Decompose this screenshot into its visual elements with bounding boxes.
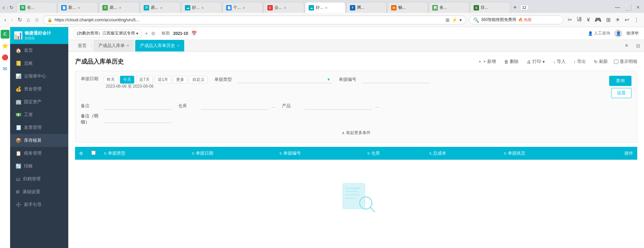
tab-7[interactable]: C 企... × bbox=[264, 2, 304, 13]
tab-10[interactable]: M 畅... bbox=[387, 2, 428, 13]
date-yesterday-btn[interactable]: 昨天 bbox=[104, 76, 118, 84]
tab-history-close[interactable]: × bbox=[177, 43, 180, 48]
sidebar-item-checkout[interactable]: 🔄 结账 bbox=[10, 160, 68, 173]
date-1month-btn[interactable]: 近1月 bbox=[155, 76, 171, 84]
sidebar-item-invoice[interactable]: 🧾 发票管理 bbox=[10, 121, 68, 134]
delete-btn[interactable]: 🗑 删除 bbox=[502, 57, 521, 66]
close-panel-btn2[interactable]: ⊡ bbox=[632, 41, 644, 51]
sidebar-item-finance[interactable]: 💰 资金管理 bbox=[10, 83, 68, 95]
icon-sidebar-app2[interactable]: ⭐ bbox=[1, 41, 9, 50]
tab-11[interactable]: 📊 各... bbox=[429, 2, 469, 13]
warehouse-filter-input[interactable] bbox=[201, 102, 269, 110]
tab-6-close[interactable]: × bbox=[243, 6, 245, 10]
nav-forward-btn[interactable]: › bbox=[6, 4, 8, 11]
product-filter-input[interactable] bbox=[305, 102, 373, 110]
company-settings-icon[interactable]: ⚙ bbox=[151, 31, 156, 36]
dropdown-icon[interactable]: ▾ bbox=[459, 17, 462, 23]
th-type[interactable]: ⇅ 单据类型 bbox=[100, 147, 188, 160]
tab-4[interactable]: 易 易... × bbox=[140, 2, 181, 13]
note-filter-input[interactable] bbox=[104, 102, 171, 110]
th-date[interactable]: ⇅ 单据日期 bbox=[188, 147, 276, 160]
tab-5[interactable]: ☁ 好... × bbox=[181, 2, 222, 13]
export-btn[interactable]: ↑ 导出 bbox=[572, 57, 588, 66]
sidebar-item-more[interactable]: ➕ 新手引导 bbox=[10, 198, 68, 211]
tab-2[interactable]: 📄 新... × bbox=[57, 2, 98, 13]
nav-reload-icon[interactable]: ↻ bbox=[17, 16, 23, 24]
import-btn[interactable]: ↓ 导入 bbox=[551, 57, 568, 66]
tab-4-close[interactable]: × bbox=[160, 6, 162, 10]
th-status[interactable]: ⇅ 单据状态 bbox=[500, 147, 588, 160]
show-detail-checkbox[interactable] bbox=[614, 60, 618, 64]
date-7days-btn[interactable]: 近7天 bbox=[136, 76, 153, 84]
select-all-checkbox[interactable] bbox=[91, 151, 96, 155]
detail-note-input[interactable] bbox=[104, 115, 171, 123]
tab-list[interactable]: 产成品入库单 × bbox=[94, 40, 134, 51]
breadcrumb-home[interactable]: 首页 bbox=[74, 40, 91, 51]
user-avatar[interactable]: 👤 bbox=[614, 29, 622, 38]
game-icon[interactable]: 🎮 bbox=[593, 16, 603, 24]
tab-list-close[interactable]: × bbox=[127, 43, 129, 48]
company-selector[interactable]: (勿删勿禁用）江西服宝测试专用 ▾ bbox=[74, 29, 141, 38]
show-detail-toggle[interactable]: 显示明细 bbox=[614, 59, 637, 65]
icon-sidebar-app3[interactable]: 🔴 bbox=[1, 53, 9, 62]
sidebar-item-inventory[interactable]: 📦 库存核算 bbox=[10, 134, 68, 147]
nav-back-icon[interactable]: ‹ bbox=[3, 16, 7, 24]
tab-12[interactable]: S 目... bbox=[470, 2, 510, 13]
tab-2-close[interactable]: × bbox=[78, 6, 80, 10]
warehouse-more-btn[interactable]: ... bbox=[271, 104, 275, 109]
number-filter-input[interactable] bbox=[362, 76, 429, 83]
back2-icon[interactable]: ↩ bbox=[623, 16, 630, 24]
grid-icon[interactable]: ⊞ bbox=[446, 17, 450, 23]
sidebar-item-salary[interactable]: 💵 工资 bbox=[10, 108, 68, 121]
search-bar[interactable]: 🔍 360智能抠图免费用 🔥 热搜 bbox=[469, 15, 564, 24]
tab-count-badge[interactable]: 12 bbox=[520, 5, 528, 10]
add-company-btn[interactable]: + bbox=[145, 30, 148, 37]
nav-bookmark-icon[interactable]: ☆ bbox=[33, 16, 40, 24]
tab-9[interactable]: T 腾... bbox=[346, 2, 387, 13]
flash-icon[interactable]: ⚡ bbox=[452, 17, 457, 23]
date-today-btn[interactable]: 今天 bbox=[120, 76, 134, 84]
close-panel-btn[interactable]: × bbox=[621, 40, 632, 51]
tab-7-close[interactable]: × bbox=[284, 6, 286, 10]
translate-icon[interactable]: 译 bbox=[575, 16, 583, 24]
icon-sidebar-app4[interactable]: ✉ bbox=[1, 64, 9, 73]
settings-btn[interactable]: 设置 bbox=[611, 88, 631, 98]
tab-1[interactable]: 在 在... bbox=[16, 2, 57, 13]
type-filter-select[interactable]: ▾ bbox=[237, 76, 332, 83]
icon-sidebar-app1[interactable]: C bbox=[1, 30, 9, 39]
grid-view-icon[interactable]: ⊞ bbox=[605, 16, 612, 24]
url-bar[interactable]: 🔒 https://cloud.chanjet.com/accounting/u… bbox=[43, 16, 466, 24]
collapse-btn[interactable]: ∧ 收起更多条件 bbox=[81, 128, 631, 138]
tab-3-close[interactable]: × bbox=[119, 6, 121, 10]
window-maximize-btn[interactable]: ⬜ bbox=[624, 3, 633, 12]
tab-5-close[interactable]: × bbox=[201, 6, 204, 10]
nav-refresh-btn[interactable]: ↻ bbox=[9, 5, 14, 10]
sidebar-item-reports[interactable]: 📊 云报表中心 bbox=[10, 70, 68, 83]
nav-forward-icon[interactable]: › bbox=[10, 16, 14, 24]
nav-home-icon[interactable]: ⌂ bbox=[26, 16, 31, 24]
tab-6[interactable]: 📄 个... × bbox=[222, 2, 263, 13]
help-link[interactable]: 👤 人工咨询 bbox=[588, 30, 610, 36]
tab-8-close[interactable]: × bbox=[325, 6, 327, 10]
product-more-btn[interactable]: ... bbox=[375, 104, 379, 109]
refresh-btn[interactable]: ↻ 刷新 bbox=[592, 57, 610, 66]
theme-icon[interactable]: ☀ bbox=[614, 16, 621, 24]
window-close-btn[interactable]: × bbox=[636, 3, 641, 12]
query-btn[interactable]: 查询 bbox=[609, 76, 631, 86]
th-checkbox[interactable] bbox=[87, 147, 100, 160]
date-custom-btn[interactable]: 自定义 bbox=[189, 76, 208, 84]
sidebar-item-fixed[interactable]: 🏢 固定资产 bbox=[10, 95, 68, 108]
window-minimize-btn[interactable]: — bbox=[614, 3, 621, 12]
th-warehouse[interactable]: ⇅ 仓库 bbox=[363, 147, 425, 160]
sidebar-item-ledger[interactable]: 📒 总账 bbox=[10, 57, 68, 70]
print-btn[interactable]: 🖨 打印 ▾ bbox=[525, 57, 547, 66]
sidebar-item-home[interactable]: 🏠 首页 bbox=[10, 44, 68, 57]
calendar-icon[interactable]: 📅 bbox=[191, 31, 197, 36]
date-more-btn[interactable]: 更多 bbox=[173, 76, 187, 84]
tab-history[interactable]: 产成品入库单历史 × bbox=[135, 40, 184, 51]
sidebar-item-archive[interactable]: 🗂 归档管理 bbox=[10, 173, 68, 185]
th-number[interactable]: ⇅ 单据编号 bbox=[275, 147, 363, 160]
more-icon[interactable]: ⋮ bbox=[633, 16, 641, 24]
th-gear[interactable]: ⚙ bbox=[75, 147, 87, 160]
add-btn[interactable]: ＋ + 新增 bbox=[476, 57, 498, 66]
